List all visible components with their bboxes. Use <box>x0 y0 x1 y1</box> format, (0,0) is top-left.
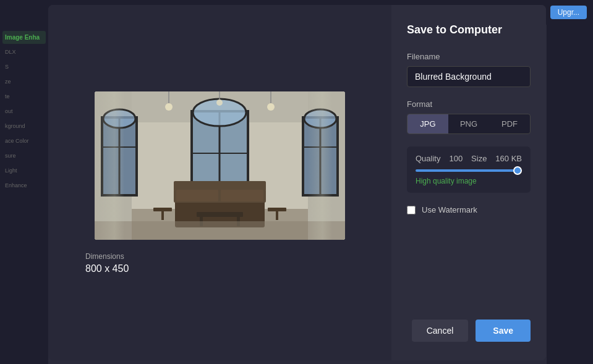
sidebar-item-enhance[interactable]: Enhance <box>2 179 46 192</box>
svg-point-16 <box>304 109 336 128</box>
svg-rect-32 <box>176 190 218 201</box>
svg-rect-18 <box>193 112 247 200</box>
watermark-checkbox[interactable] <box>407 206 416 214</box>
quality-section: Quality 100 Size 160 KB High quality ima… <box>407 146 531 193</box>
sidebar-item-ze[interactable]: ze <box>2 75 46 88</box>
sidebar: Image Enha DLX S ze te out kground ace C… <box>0 25 48 364</box>
size-label: Size <box>471 154 487 163</box>
svg-rect-35 <box>200 215 203 226</box>
modal-title: Save to Computer <box>407 23 531 36</box>
svg-point-15 <box>304 109 336 128</box>
svg-rect-12 <box>304 119 336 194</box>
sidebar-item-light[interactable]: Light <box>2 164 46 177</box>
svg-point-22 <box>193 99 246 126</box>
format-buttons: JPG PNG PDF <box>407 114 531 134</box>
filename-input[interactable] <box>407 66 531 87</box>
svg-rect-39 <box>268 208 286 211</box>
svg-point-9 <box>103 109 135 128</box>
svg-rect-6 <box>103 119 135 194</box>
save-modal: Dimensions 800 x 450 Save to Computer Fi… <box>48 5 546 360</box>
upgrade-button[interactable]: Upgr... <box>550 6 587 19</box>
svg-rect-29 <box>175 200 265 227</box>
svg-rect-4 <box>308 91 345 240</box>
sidebar-image-enhance: Image Enha <box>2 31 46 44</box>
svg-rect-1 <box>95 91 345 122</box>
format-pdf-button[interactable]: PDF <box>489 114 530 133</box>
format-jpg-button[interactable]: JPG <box>407 114 448 133</box>
sidebar-item-te[interactable]: te <box>2 90 46 103</box>
filename-label: Filename <box>407 52 531 61</box>
svg-rect-5 <box>101 116 138 197</box>
svg-point-10 <box>103 109 135 128</box>
right-panel <box>547 25 593 364</box>
dimensions-value: 800 x 450 <box>85 263 129 274</box>
svg-rect-30 <box>174 189 266 203</box>
settings-panel: Save to Computer Filename Format JPG PNG… <box>391 5 546 360</box>
svg-rect-11 <box>302 116 339 197</box>
svg-point-27 <box>216 99 223 106</box>
room-svg <box>95 91 345 240</box>
dimensions-area: Dimensions 800 x 450 <box>85 252 129 274</box>
sidebar-item-replace-color[interactable]: ace Color <box>2 134 46 148</box>
svg-rect-31 <box>174 181 266 191</box>
svg-point-25 <box>267 103 275 111</box>
save-button[interactable]: Save <box>476 320 531 342</box>
sidebar-item-out[interactable]: out <box>2 104 46 118</box>
svg-point-21 <box>193 99 246 126</box>
format-field-group: Format JPG PNG PDF <box>407 99 531 134</box>
watermark-row: Use Watermark <box>407 205 531 214</box>
format-png-button[interactable]: PNG <box>448 114 489 133</box>
size-value: 160 KB <box>495 154 522 163</box>
high-quality-text: High quality image <box>416 177 522 185</box>
svg-rect-41 <box>95 221 345 240</box>
svg-rect-34 <box>197 212 243 217</box>
sidebar-item-dlx[interactable]: DLX <box>2 45 46 59</box>
watermark-label: Use Watermark <box>422 205 477 214</box>
filename-field-group: Filename <box>407 52 531 87</box>
quality-row: Quality 100 Size 160 KB <box>416 154 522 163</box>
svg-rect-2 <box>95 209 345 240</box>
dimensions-label: Dimensions <box>85 252 129 261</box>
preview-area: Dimensions 800 x 450 <box>48 5 391 360</box>
svg-rect-40 <box>276 210 278 220</box>
svg-rect-38 <box>161 210 164 220</box>
format-label: Format <box>407 99 531 109</box>
quality-value: 100 <box>449 154 463 163</box>
sidebar-item-background[interactable]: kground <box>2 119 46 133</box>
spacer <box>407 227 531 307</box>
sidebar-item-s[interactable]: S <box>2 60 46 74</box>
quality-slider[interactable] <box>416 169 522 172</box>
quality-label: Quality <box>416 154 440 163</box>
svg-rect-3 <box>95 91 132 240</box>
svg-rect-0 <box>95 91 345 240</box>
svg-point-23 <box>165 103 173 111</box>
room-scene <box>95 91 345 240</box>
sidebar-item-exposure[interactable]: sure <box>2 149 46 163</box>
image-preview <box>95 91 345 240</box>
svg-rect-36 <box>237 215 240 226</box>
svg-rect-37 <box>153 208 172 211</box>
cancel-button[interactable]: Cancel <box>412 320 469 342</box>
slider-row <box>416 169 522 172</box>
svg-rect-17 <box>190 110 249 203</box>
action-buttons: Cancel Save <box>407 320 531 342</box>
svg-rect-33 <box>221 190 263 201</box>
